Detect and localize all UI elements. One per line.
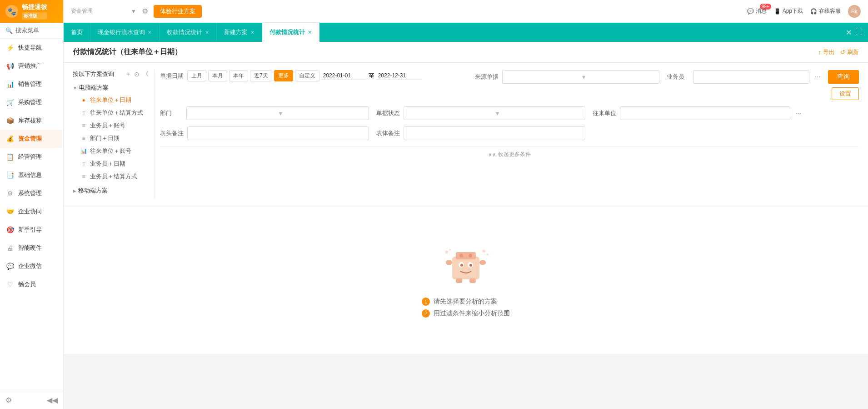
tab-bank-flow[interactable]: 现金银行流水查询 ✕ (90, 23, 160, 42)
tab-collection-stats-close[interactable]: ✕ (205, 30, 209, 35)
scheme-item-salesman-account[interactable]: ≡ 业务员＋账号 (73, 119, 149, 132)
scheme-settings-icon[interactable]: ⊙ (134, 71, 140, 78)
sidebar-item-purchase[interactable]: 🛒 采购管理 (0, 93, 63, 111)
sidebar-item-marketing[interactable]: 📢 营销推广 (0, 57, 63, 75)
messages-btn[interactable]: 💬 消息 99+ (747, 7, 767, 15)
collapse-label: 收起更多条件 (498, 151, 531, 158)
date-btn-7days[interactable]: 近7天 (250, 70, 272, 81)
tip-num-2: 2 (422, 309, 430, 318)
date-btn-this-year[interactable]: 本年 (229, 70, 248, 81)
sidebar-item-label: 企业协同 (18, 207, 42, 216)
dept-select[interactable]: ▼ (186, 106, 369, 120)
expand-icon[interactable]: ⛶ (855, 28, 863, 36)
mobile-group-arrow: ▶ (73, 188, 76, 193)
breadcrumb-dropdown[interactable]: ▼ (131, 8, 136, 15)
sidebar-item-basic-info[interactable]: 📑 基础信息 (0, 166, 63, 184)
page-content: 付款情况统计（往来单位＋日期） ↑ 导出 ↺ 刷新 按以下方案查询 ＋ (64, 42, 868, 409)
operation-icon: 📋 (5, 152, 15, 162)
source-select[interactable]: ▼ (502, 70, 659, 84)
tab-collection-stats[interactable]: 收款情况统计 ✕ (160, 23, 217, 42)
scheme-item-salesman-settle[interactable]: ≡ 业务员＋结算方式 (73, 170, 149, 183)
date-btn-custom[interactable]: 自定义 (295, 70, 319, 81)
collapse-sidebar-icon[interactable]: ◀◀ (47, 396, 58, 404)
sidebar-item-operation[interactable]: 📋 经营管理 (0, 148, 63, 166)
scheme-item-partner-date[interactable]: ● 往来单位＋日期 (73, 94, 149, 106)
partner-select[interactable] (620, 106, 790, 120)
tab-new-scheme[interactable]: 新建方案 ✕ (217, 23, 262, 42)
svg-point-13 (449, 249, 451, 251)
search-menu[interactable]: 🔍 搜索菜单 (0, 23, 63, 39)
scheme-item-label: 部门＋日期 (90, 134, 120, 142)
tab-payment-stats[interactable]: 付款情况统计 ✕ (262, 23, 319, 42)
sales-icon: 📊 (5, 80, 15, 89)
basic-info-icon: 📑 (5, 171, 15, 180)
close-tab-icon[interactable]: ✕ (846, 28, 852, 37)
date-btn-more[interactable]: 更多 (274, 70, 293, 81)
tab-home[interactable]: 首页 (64, 23, 90, 42)
user-avatar[interactable]: Rit (848, 5, 861, 18)
service-icon: 🎧 (810, 8, 817, 15)
tabbar: 首页 现金银行流水查询 ✕ 收款情况统计 ✕ 新建方案 ✕ 付款情况统计 ✕ ✕… (64, 23, 868, 42)
scheme-item-partner-settle[interactable]: ≡ 往来单位＋结算方式 (73, 106, 149, 119)
mobile-group-header[interactable]: ▶ 移动端方案 (73, 185, 149, 197)
svg-point-15 (487, 253, 489, 255)
svg-point-6 (460, 264, 463, 267)
sidebar-item-quick-nav[interactable]: ⚡ 快捷导航 (0, 39, 63, 57)
tab-new-scheme-label: 新建方案 (224, 28, 248, 36)
app-version: 标准版 (22, 12, 47, 20)
filter-field-partner: 往来单位 ··· (593, 106, 802, 120)
collapse-btn[interactable]: ∧∧ 收起更多条件 (160, 146, 859, 162)
date-start-input[interactable] (321, 71, 367, 80)
salesman-select[interactable] (693, 70, 809, 84)
partner-dots[interactable]: ··· (796, 109, 802, 117)
desktop-group-header[interactable]: ▼ 电脑端方案 (73, 82, 149, 94)
tab-new-scheme-close[interactable]: ✕ (250, 30, 254, 35)
scheme-item-dept-date[interactable]: ≡ 部门＋日期 (73, 132, 149, 145)
breadcrumb-text: 资金管理 (71, 7, 93, 15)
date-group: 上月 本月 本年 近7天 更多 自定义 至 (187, 70, 468, 81)
svg-rect-11 (469, 278, 476, 283)
sidebar-item-label: 营销推广 (18, 62, 42, 70)
app-download-btn[interactable]: 📱 App下载 (774, 7, 803, 15)
sidebar-item-hardware[interactable]: 🖨 智能硬件 (0, 239, 63, 257)
sidebar-item-member[interactable]: ♡ 畅会员 (0, 275, 63, 293)
filter-field-date: 单据日期 上月 本月 本年 近7天 更多 自定义 至 (160, 70, 468, 81)
sidebar-item-system[interactable]: ⚙ 系统管理 (0, 184, 63, 202)
scheme-add-icon[interactable]: ＋ (125, 70, 131, 78)
sidebar-item-label: 采购管理 (18, 98, 42, 106)
sidebar-item-inventory[interactable]: 📦 库存核算 (0, 111, 63, 130)
online-service-btn[interactable]: 🎧 在线客服 (810, 7, 841, 15)
sidebar-item-finance[interactable]: 💰 资金管理 (0, 130, 63, 148)
tab-bank-flow-close[interactable]: ✕ (148, 30, 152, 35)
refresh-button[interactable]: ↺ 刷新 (840, 48, 859, 56)
settings-bottom-icon[interactable]: ⚙ (5, 396, 12, 404)
sidebar-item-guide[interactable]: 🎯 新手引导 (0, 221, 63, 239)
sidebar-item-wechat[interactable]: 💬 企业微信 (0, 257, 63, 275)
table-header-input[interactable] (187, 126, 369, 140)
guide-icon: 🎯 (5, 225, 15, 234)
query-button[interactable]: 查询 (828, 70, 859, 84)
date-end-input[interactable] (376, 71, 422, 80)
date-btn-last-month[interactable]: 上月 (187, 70, 206, 81)
tab-bank-flow-label: 现金银行流水查询 (98, 28, 145, 36)
topbar-gear-icon[interactable]: ⚙ (142, 7, 148, 15)
scheme-collapse-icon[interactable]: 《 (142, 70, 149, 78)
scheme-item-partner-account[interactable]: 📊 往来单位＋账号 (73, 145, 149, 157)
salesman-dots[interactable]: ··· (815, 73, 821, 81)
tab-collection-stats-label: 收款情况统计 (167, 28, 202, 36)
scheme-item-salesman-date[interactable]: ≡ 业务员＋日期 (73, 157, 149, 170)
settings-button[interactable]: 设置 (832, 87, 859, 100)
sidebar-item-cooperation[interactable]: 🤝 企业协同 (0, 202, 63, 221)
cooperation-icon: 🤝 (5, 207, 15, 216)
table-body-input[interactable] (404, 126, 585, 140)
doc-status-select[interactable]: ▼ (404, 106, 585, 120)
sidebar-item-sales[interactable]: 📊 销售管理 (0, 75, 63, 93)
mobile-scheme-group: ▶ 移动端方案 (73, 185, 149, 197)
trial-button[interactable]: 体验行业方案 (154, 5, 202, 18)
filter-field-salesman: 业务员 ··· (667, 70, 821, 84)
mobile-group-label: 移动端方案 (78, 187, 108, 195)
date-btn-this-month[interactable]: 本月 (208, 70, 227, 81)
export-button[interactable]: ↑ 导出 (818, 48, 835, 56)
filter-field-table-header: 表头备注 (160, 126, 369, 140)
tab-payment-stats-close[interactable]: ✕ (308, 30, 312, 35)
